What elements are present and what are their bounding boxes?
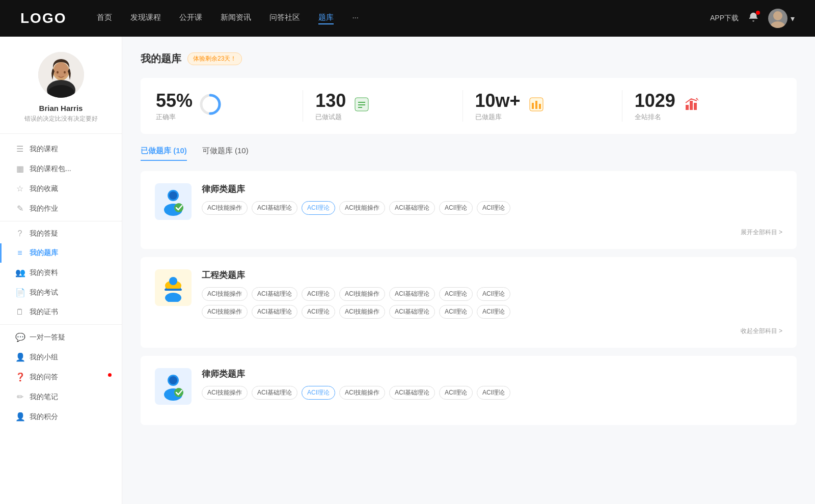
sidebar-item-notes[interactable]: ✏ 我的笔记 [0, 387, 122, 407]
sidebar-item-question-bank[interactable]: ≡ 我的题库 [0, 243, 122, 263]
svg-rect-18 [532, 103, 534, 109]
eng-tag-6[interactable]: ACI理论 [477, 287, 510, 301]
profile-name: Brian Harris [10, 104, 112, 113]
nav-more[interactable]: ··· [352, 13, 359, 24]
eng-tag-5[interactable]: ACI理论 [439, 287, 473, 301]
svg-point-33 [165, 293, 181, 302]
stat-banks-label: 已做题库 [475, 113, 521, 122]
eng-tag2-5[interactable]: ACI理论 [439, 305, 473, 319]
page-title-row: 我的题库 体验剩余23天！ [141, 52, 797, 66]
collapse-link[interactable]: 收起全部科目 > [155, 327, 782, 335]
eng-tag2-2[interactable]: ACI理论 [302, 305, 335, 319]
tag-3[interactable]: ACI技能操作 [339, 201, 385, 215]
qbank-card-lawyer-1: 律师类题库 ACI技能操作 ACI基础理论 ACI理论 ACI技能操作 ACI基… [141, 171, 797, 249]
nav-news[interactable]: 新闻资讯 [221, 13, 251, 24]
tag-1[interactable]: ACI基础理论 [252, 201, 297, 215]
done-questions-icon [353, 96, 370, 117]
eng-tag-0[interactable]: ACI技能操作 [202, 287, 248, 301]
law2-tag-2-active[interactable]: ACI理论 [302, 386, 335, 400]
stat-accuracy: 55% 正确率 [156, 90, 303, 122]
sidebar-menu: ☰ 我的课程 ▦ 我的课程包... ☆ 我的收藏 ✎ 我的作业 ? 我的答疑 ≡ [0, 134, 122, 432]
sidebar-item-group[interactable]: 👤 我的小组 [0, 347, 122, 367]
nav-opencourse[interactable]: 公开课 [179, 13, 202, 24]
notification-bell[interactable] [748, 12, 759, 25]
law2-tag-4[interactable]: ACI基础理论 [389, 386, 435, 400]
qbank-card-engineer: 工程类题库 ACI技能操作 ACI基础理论 ACI理论 ACI技能操作 ACI基… [141, 257, 797, 348]
chat-icon: 💬 [15, 332, 24, 342]
nav-questionbank[interactable]: 题库 [318, 13, 334, 24]
sidebar-item-course-package[interactable]: ▦ 我的课程包... [0, 159, 122, 179]
eng-tag-3[interactable]: ACI技能操作 [339, 287, 385, 301]
qbank-header-2: 工程类题库 ACI技能操作 ACI基础理论 ACI理论 ACI技能操作 ACI基… [155, 269, 782, 319]
qbank-title-2: 工程类题库 [202, 269, 782, 281]
nav-discover[interactable]: 发现课程 [130, 13, 161, 24]
page-wrap: Brian Harris 错误的决定比没有决定要好 ☰ 我的课程 ▦ 我的课程包… [0, 37, 815, 504]
svg-rect-22 [690, 101, 693, 110]
eng-tag-2[interactable]: ACI理论 [302, 287, 335, 301]
cert-icon: 🗒 [15, 307, 24, 317]
notification-dot [756, 11, 760, 15]
svg-point-37 [174, 388, 183, 397]
package-icon: ▦ [15, 164, 24, 174]
tab-done-banks[interactable]: 已做题库 (10) [141, 146, 187, 161]
expand-link-1[interactable]: 展开全部科目 > [155, 228, 782, 237]
svg-rect-31 [165, 289, 182, 291]
svg-point-0 [773, 11, 782, 20]
svg-point-7 [64, 71, 66, 74]
sidebar-item-certificate[interactable]: 🗒 我的证书 [0, 302, 122, 322]
sidebar-item-my-qa[interactable]: ❓ 我的问答 [0, 367, 122, 387]
tag-4[interactable]: ACI基础理论 [389, 201, 435, 215]
group-icon: 👤 [15, 352, 24, 362]
tag-6[interactable]: ACI理论 [477, 201, 510, 215]
stat-accuracy-label: 正确率 [156, 113, 193, 122]
law2-tag-1[interactable]: ACI基础理论 [252, 386, 297, 400]
trial-badge: 体验剩余23天！ [187, 52, 242, 65]
stat-rank-num: 1029 [635, 90, 675, 111]
sidebar-item-exam[interactable]: 📄 我的考试 [0, 283, 122, 302]
nav-home[interactable]: 首页 [97, 13, 112, 24]
sidebar-item-points[interactable]: 👤 我的积分 [0, 407, 122, 427]
law2-tag-3[interactable]: ACI技能操作 [339, 386, 385, 400]
sidebar-item-profile[interactable]: 👥 我的资料 [0, 263, 122, 283]
profile-avatar [38, 52, 84, 98]
eng-tag-1[interactable]: ACI基础理论 [252, 287, 297, 301]
svg-rect-19 [535, 101, 537, 109]
stat-done-banks: 10w+ 已做题库 [463, 90, 622, 122]
law2-tag-6[interactable]: ACI理论 [477, 386, 510, 400]
nav-qa[interactable]: 问答社区 [269, 13, 300, 24]
profile-area: Brian Harris 错误的决定比没有决定要好 [0, 52, 122, 134]
sidebar-item-my-course[interactable]: ☰ 我的课程 [0, 139, 122, 159]
law2-tag-5[interactable]: ACI理论 [439, 386, 473, 400]
user-avatar-wrap[interactable]: ▾ [768, 9, 795, 28]
tabs-row: 已做题库 (10) 可做题库 (10) [141, 146, 797, 161]
homework-icon: ✎ [15, 204, 24, 213]
tab-available-banks[interactable]: 可做题库 (10) [202, 146, 249, 161]
sidebar-item-1on1[interactable]: 💬 一对一答疑 [0, 327, 122, 347]
svg-point-6 [57, 71, 59, 74]
eng-tag2-0[interactable]: ACI技能操作 [202, 305, 248, 319]
eng-tag2-1[interactable]: ACI基础理论 [252, 305, 297, 319]
qbank-icon: ≡ [15, 248, 24, 258]
tag-5[interactable]: ACI理论 [439, 201, 473, 215]
eng-tag2-4[interactable]: ACI基础理论 [389, 305, 435, 319]
app-download[interactable]: APP下载 [710, 14, 739, 23]
profile-motto: 错误的决定比没有决定要好 [10, 115, 112, 123]
svg-point-5 [54, 63, 68, 78]
tag-2-active[interactable]: ACI理论 [302, 201, 335, 215]
tag-0[interactable]: ACI技能操作 [202, 201, 248, 215]
stat-accuracy-num: 55% [156, 90, 193, 111]
sidebar-item-homework[interactable]: ✎ 我的作业 [0, 199, 122, 218]
done-banks-icon [528, 96, 545, 117]
sidebar-item-favorites[interactable]: ☆ 我的收藏 [0, 179, 122, 199]
svg-point-1 [771, 21, 785, 28]
law2-tag-0[interactable]: ACI技能操作 [202, 386, 248, 400]
eng-tag-4[interactable]: ACI基础理论 [389, 287, 435, 301]
avatar [768, 9, 787, 28]
svg-rect-23 [694, 103, 697, 110]
sidebar-item-qa[interactable]: ? 我的答疑 [0, 224, 122, 243]
star-icon: ☆ [15, 184, 24, 193]
eng-tag2-6[interactable]: ACI理论 [477, 305, 510, 319]
svg-point-36 [169, 376, 177, 384]
engineer-icon [155, 269, 192, 306]
eng-tag2-3[interactable]: ACI技能操作 [339, 305, 385, 319]
